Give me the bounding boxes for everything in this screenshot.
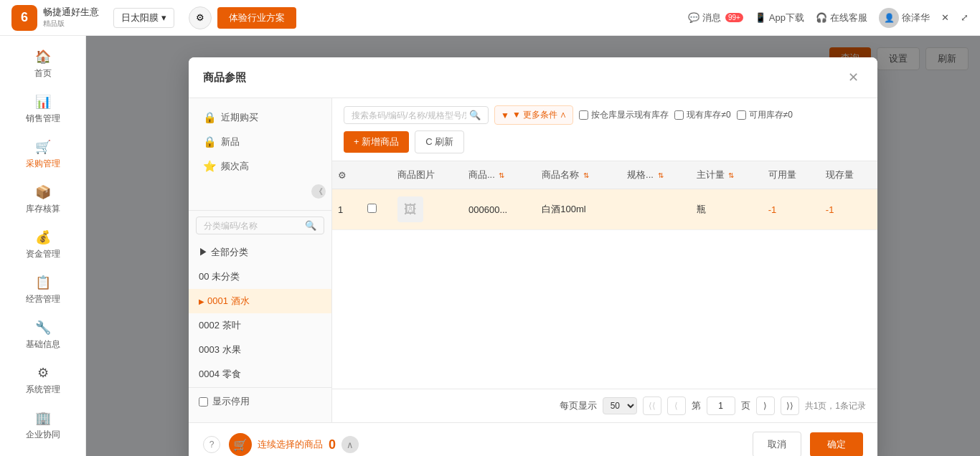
- app-download-btn[interactable]: 📱 App下载: [755, 11, 804, 24]
- row-name-cell: 白酒100ml: [536, 189, 621, 230]
- total-info: 共1页，1条记录: [805, 400, 866, 412]
- row-spec-cell: [621, 189, 691, 230]
- sidebar-item-stock[interactable]: 📦 库存核算: [0, 177, 85, 222]
- col-name-label: 商品名称: [542, 169, 579, 180]
- sidebar-item-business[interactable]: 📋 经营管理: [0, 267, 85, 313]
- category-0003[interactable]: 0003 水果: [189, 338, 331, 362]
- warehouse-stock-checkbox[interactable]: [579, 110, 588, 120]
- sidebar-label-sales: 销售管理: [26, 113, 60, 125]
- row-checkbox-cell[interactable]: [362, 189, 392, 230]
- current-stock-label: 现有库存≠0: [687, 109, 730, 121]
- divider: [189, 210, 331, 211]
- expand-btn[interactable]: ⤢: [961, 12, 969, 23]
- main-layout: 🏠 首页 📊 销售管理 🛒 采购管理 📦 库存核算 💰 资金管理 📋 经营管理 …: [0, 36, 980, 456]
- category-00[interactable]: 00 未分类: [189, 265, 331, 289]
- show-disabled-checkbox[interactable]: [199, 397, 208, 407]
- col-image: 商品图片: [392, 161, 463, 189]
- modal-close-button[interactable]: ✕: [843, 67, 863, 87]
- warehouse-stock-checkbox-group: 按仓库显示现有库存: [579, 109, 669, 121]
- sidebar-item-guide[interactable]: 🌟 新手引导: [0, 448, 85, 456]
- col-unit-sort-icon: ⇅: [728, 171, 734, 179]
- right-panel: 🔍 ▼ ▼ 更多条件 ∧ 按仓库显示现有库存: [332, 98, 877, 422]
- new-items-label: 新品: [221, 136, 240, 148]
- table-header-row: ⚙ 商品图片 商品... ⇅: [332, 161, 877, 189]
- app-download-label: App下载: [769, 11, 804, 24]
- product-search-input[interactable]: [352, 110, 466, 120]
- available-stock-checkbox[interactable]: [737, 110, 746, 120]
- content-area: 查询 设置 刷新 商品参照 ✕ 🔒: [86, 36, 980, 456]
- refresh-table-button[interactable]: C 刷新: [415, 130, 464, 153]
- row-index: 1: [332, 189, 362, 230]
- col-spec[interactable]: 规格... ⇅: [621, 161, 691, 189]
- category-all[interactable]: ▶ 全部分类: [189, 240, 331, 265]
- exp-btn[interactable]: 体验行业方案: [217, 7, 296, 29]
- new-items-item[interactable]: 🔒 新品: [196, 130, 324, 154]
- high-freq-item[interactable]: ⭐ 频次高: [196, 154, 324, 179]
- sidebar-item-finance[interactable]: 💰 资金管理: [0, 222, 85, 267]
- image-icon: 🖼: [404, 202, 417, 217]
- confirm-button[interactable]: 确定: [810, 432, 863, 456]
- close-window-btn[interactable]: ✕: [941, 12, 949, 23]
- cancel-button[interactable]: 取消: [753, 432, 801, 456]
- sidebar-item-purchase[interactable]: 🛒 采购管理: [0, 132, 85, 177]
- row-select-checkbox[interactable]: [367, 204, 377, 213]
- sidebar-item-sales[interactable]: 📊 销售管理: [0, 87, 85, 132]
- first-page-btn[interactable]: ⟨⟨: [643, 396, 661, 415]
- logo-text-group: 畅捷通好生意 精品版: [43, 6, 99, 29]
- col-code[interactable]: 商品... ⇅: [463, 161, 536, 189]
- sidebar-item-home[interactable]: 🏠 首页: [0, 42, 85, 87]
- filter-label: ▼ 更多条件 ∧: [512, 109, 567, 121]
- category-arrow-icon: ▶: [199, 298, 204, 305]
- message-btn[interactable]: 💬 消息 99+: [688, 11, 743, 24]
- last-page-btn[interactable]: ⟩⟩: [781, 396, 799, 415]
- online-service-btn[interactable]: 🎧 在线客服: [816, 11, 867, 24]
- warehouse-stock-label: 按仓库显示现有库存: [591, 109, 669, 121]
- category-0004[interactable]: 0004 零食: [189, 362, 331, 386]
- cart-icon: 🛒: [229, 433, 252, 456]
- gear-icon: ⚙: [196, 12, 204, 23]
- prev-page-btn[interactable]: ⟨: [667, 396, 686, 415]
- filter-btn[interactable]: ▼ ▼ 更多条件 ∧: [494, 105, 573, 125]
- col-settings[interactable]: ⚙: [332, 161, 362, 189]
- user-area[interactable]: 👤 徐泽华: [879, 8, 930, 28]
- current-stock-checkbox[interactable]: [674, 110, 684, 120]
- help-button[interactable]: ?: [203, 436, 220, 453]
- available-stock-checkbox-group: 可用库存≠0: [737, 109, 793, 121]
- modal-header: 商品参照 ✕: [189, 57, 877, 98]
- sidebar-label-enterprise: 企业协同: [26, 429, 60, 441]
- avatar: 👤: [879, 8, 899, 28]
- category-search-box[interactable]: 🔍: [196, 217, 324, 234]
- expand-icon: ⤢: [961, 12, 969, 23]
- product-search-box[interactable]: 🔍: [344, 106, 489, 124]
- sidebar-item-base[interactable]: 🔧 基础信息: [0, 313, 85, 358]
- category-list: ▶ 全部分类 00 未分类 ▶ 0001 酒水 0002 茶叶: [189, 234, 331, 387]
- base-icon: 🔧: [35, 320, 51, 336]
- business-icon: 📋: [35, 275, 51, 290]
- settings-button[interactable]: ⚙: [189, 6, 212, 29]
- table-row[interactable]: 1 🖼: [332, 189, 877, 230]
- next-page-btn[interactable]: ⟩: [756, 396, 775, 415]
- cart-collapse-btn[interactable]: ∧: [341, 436, 359, 453]
- sidebar-item-enterprise[interactable]: 🏢 企业协同: [0, 403, 85, 448]
- col-unit[interactable]: 主计量 ⇅: [691, 161, 763, 189]
- stock-icon: 📦: [35, 184, 51, 200]
- category-search-input[interactable]: [204, 221, 302, 231]
- collapse-left-btn[interactable]: 《: [311, 184, 326, 199]
- per-page-select[interactable]: 50: [603, 397, 637, 414]
- col-name[interactable]: 商品名称 ⇅: [536, 161, 621, 189]
- add-product-button[interactable]: + 新增商品: [344, 131, 409, 153]
- branch-selector[interactable]: 日太阳膜 ▾: [113, 8, 174, 28]
- per-page-label: 每页显示: [560, 399, 597, 412]
- product-thumbnail: 🖼: [397, 196, 423, 222]
- finance-icon: 💰: [35, 229, 51, 245]
- sidebar-item-system[interactable]: ⚙ 系统管理: [0, 358, 85, 403]
- category-0002[interactable]: 0002 茶叶: [189, 313, 331, 338]
- headset-icon: 🎧: [816, 12, 827, 23]
- col-spec-sort-icon: ⇅: [658, 171, 664, 179]
- category-0001-label: 0001 酒水: [207, 295, 250, 308]
- logo-sub: 精品版: [43, 19, 99, 29]
- modal-overlay: 商品参照 ✕ 🔒 近期购买 🔒: [86, 36, 980, 456]
- category-0001[interactable]: ▶ 0001 酒水: [189, 289, 331, 313]
- recent-buy-item[interactable]: 🔒 近期购买: [196, 105, 324, 130]
- page-number-input[interactable]: [707, 396, 735, 415]
